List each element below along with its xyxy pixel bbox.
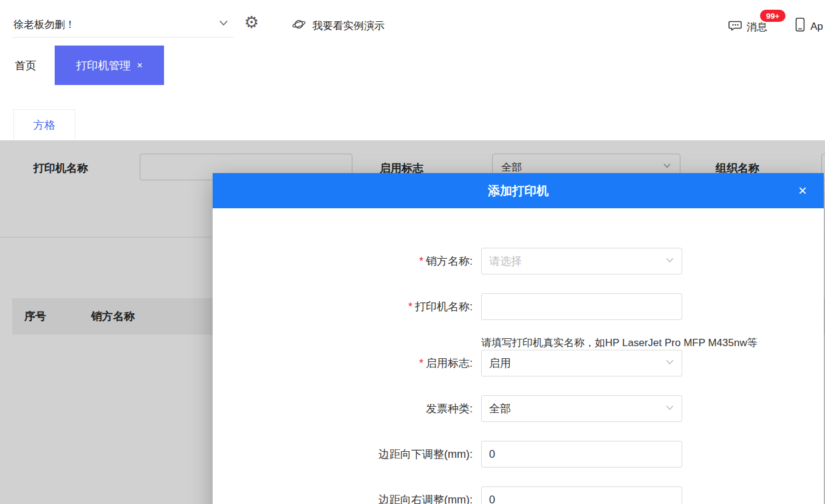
top-bar: 徐老板勿删！ ⚙ 我要看实例演示 消息 99+ <box>0 0 825 46</box>
app-button-label: Ap <box>810 21 823 33</box>
enable-flag-select[interactable]: 启用 <box>481 350 682 376</box>
printer-name-hint: 请填写打印机真实名称，如HP LaserJet Pro MFP M435nw等 <box>481 337 824 349</box>
invoice-type-value: 全部 <box>489 401 511 416</box>
required-mark: * <box>419 255 423 267</box>
phone-icon <box>793 17 807 36</box>
company-select-value: 徐老板勿删！ <box>13 18 75 32</box>
field-seller-label: *销方名称: <box>213 248 481 274</box>
seller-name-placeholder: 请选择 <box>489 254 522 268</box>
company-select[interactable]: 徐老板勿删！ <box>12 12 234 38</box>
field-margin-right-label: 边距向右调整(mm): <box>213 486 481 504</box>
required-mark: * <box>408 301 412 313</box>
field-margin-right: 边距向右调整(mm): <box>213 486 824 504</box>
subtab-grid[interactable]: 方格 <box>13 109 75 140</box>
gear-icon[interactable]: ⚙ <box>244 15 259 31</box>
field-seller-name: *销方名称: 请选择 <box>213 248 824 274</box>
message-count-badge: 99+ <box>759 9 787 23</box>
field-printer-name: *打印机名称: <box>213 293 824 320</box>
app-button[interactable]: Ap <box>793 17 823 36</box>
demo-link[interactable]: 我要看实例演示 <box>292 17 385 35</box>
chevron-down-icon <box>665 255 674 268</box>
field-invoice-type: 发票种类: 全部 <box>213 395 824 422</box>
margin-down-input[interactable] <box>481 441 682 468</box>
printer-name-input[interactable] <box>481 293 682 320</box>
seller-name-select[interactable]: 请选择 <box>481 248 682 274</box>
tab-printer-management[interactable]: 打印机管理 × <box>55 46 164 85</box>
message-icon <box>728 18 742 36</box>
tab-bar: 首页 打印机管理 × <box>0 46 825 85</box>
tab-home[interactable]: 首页 <box>15 46 36 85</box>
required-mark: * <box>419 357 423 369</box>
chevron-down-icon <box>665 357 674 370</box>
margin-right-input[interactable] <box>481 486 682 504</box>
enable-flag-value: 启用 <box>489 356 511 370</box>
chevron-down-icon <box>665 403 674 415</box>
field-enable-flag: *启用标志: 启用 <box>213 350 824 376</box>
chevron-down-icon <box>218 18 229 32</box>
page: 徐老板勿删！ ⚙ 我要看实例演示 消息 99+ <box>0 0 825 504</box>
modal-body: *销方名称: 请选择 *打印机名称: 请填写打印机真实名称，如HP LaserJ… <box>213 208 824 504</box>
tab-close-icon[interactable]: × <box>137 61 142 70</box>
field-enable-label: *启用标志: <box>213 350 481 376</box>
modal-header: 添加打印机 × <box>213 173 824 208</box>
planet-icon <box>292 17 306 35</box>
modal-title: 添加打印机 <box>488 183 549 199</box>
tab-printer-label: 打印机管理 <box>76 58 131 73</box>
field-invoice-label: 发票种类: <box>213 395 481 422</box>
add-printer-modal: 添加打印机 × *销方名称: 请选择 *打印机名称: <box>213 173 824 504</box>
field-margin-down: 边距向下调整(mm): <box>213 441 824 468</box>
field-printer-label: *打印机名称: <box>213 293 481 320</box>
field-margin-down-label: 边距向下调整(mm): <box>213 441 481 468</box>
demo-link-label: 我要看实例演示 <box>312 19 385 33</box>
close-icon[interactable]: × <box>798 183 807 198</box>
invoice-type-select[interactable]: 全部 <box>481 395 682 422</box>
